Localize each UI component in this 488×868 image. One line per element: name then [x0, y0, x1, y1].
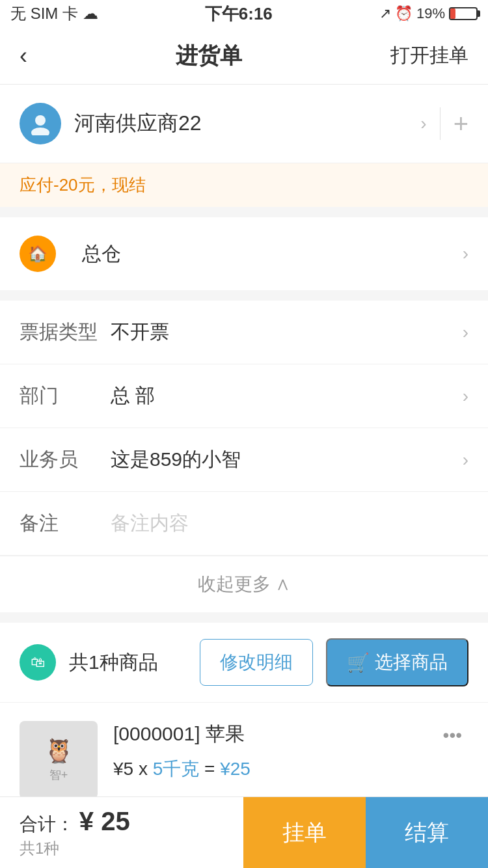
department-row[interactable]: 部门 总 部 › — [0, 364, 488, 428]
thumb-owl-icon: 🦉 — [44, 737, 74, 765]
location-icon: ↗ — [379, 5, 391, 22]
warehouse-chevron-icon: › — [463, 243, 468, 264]
nav-bar: ‹ 进货单 打开挂单 — [0, 27, 488, 85]
salesperson-row[interactable]: 业务员 这是859的小智 › — [0, 428, 488, 492]
remark-input[interactable]: 备注内容 — [98, 510, 468, 537]
svg-point-1 — [31, 128, 49, 135]
product-info: [0000001] 苹果 ¥5 x 5千克 = ¥25 — [113, 721, 437, 781]
status-left: 无 SIM 卡 ☁ — [10, 3, 98, 24]
alarm-icon: ⏰ — [395, 5, 413, 22]
remark-row[interactable]: 备注 备注内容 — [0, 492, 488, 556]
unit-price: ¥5 — [113, 759, 133, 779]
supplier-section: 河南供应商22 › + 应付-20元，现结 — [0, 85, 488, 207]
warehouse-section: 🏠 总仓 › — [0, 217, 488, 290]
product-count: 共1种商品 — [69, 649, 200, 676]
total-price: ¥25 — [220, 759, 251, 779]
price-multiply: x — [139, 759, 153, 779]
product-title: 苹果 — [206, 723, 245, 744]
warning-bar: 应付-20元，现结 — [0, 163, 488, 207]
settle-label: 结算 — [405, 818, 449, 848]
department-chevron-icon: › — [463, 386, 468, 407]
remark-label: 备注 — [20, 510, 98, 537]
thumb-brand-text: 智+ — [49, 767, 68, 783]
quantity: 5千克 — [153, 759, 200, 779]
hang-label: 挂单 — [282, 818, 327, 848]
collapse-label: 收起更多 ∧ — [198, 572, 291, 597]
product-price: ¥5 x 5千克 = ¥25 — [113, 757, 437, 781]
price-equals: = — [204, 759, 220, 779]
battery-icon — [449, 7, 478, 20]
form-section: 票据类型 不开票 › 部门 总 部 › 业务员 这是859的小智 › 备注 备注… — [0, 301, 488, 612]
page-title: 进货单 — [176, 41, 242, 71]
bottom-bar: 合计： ¥ 25 共1种 挂单 结算 — [0, 796, 488, 868]
more-button[interactable]: ••• — [437, 721, 468, 750]
status-right: ↗ ⏰ 19% — [379, 5, 478, 22]
total-amount: ¥ 25 — [79, 807, 130, 835]
product-header: 🛍 共1种商品 修改明细 🛒 选择商品 — [0, 623, 488, 702]
battery-label: 19% — [416, 5, 445, 22]
supplier-name: 河南供应商22 — [74, 109, 414, 138]
department-value: 总 部 — [98, 383, 456, 409]
divider — [440, 107, 441, 140]
total-section: 合计： ¥ 25 共1种 — [0, 807, 243, 859]
salesperson-value: 这是859的小智 — [98, 446, 456, 473]
back-button[interactable]: ‹ — [20, 42, 27, 70]
select-product-label: 选择商品 — [375, 650, 448, 675]
supplier-avatar — [20, 103, 61, 144]
product-code: [0000001] — [113, 723, 200, 744]
ticket-type-chevron-icon: › — [463, 322, 468, 343]
hang-button[interactable]: 挂单 — [243, 797, 366, 869]
cart-icon: 🛒 — [347, 652, 370, 673]
product-thumbnail: 🦉 智+ — [20, 721, 98, 799]
warehouse-row[interactable]: 🏠 总仓 › — [0, 217, 488, 290]
sim-status: 无 SIM 卡 ☁ — [10, 3, 98, 24]
department-label: 部门 — [20, 383, 98, 409]
total-label: 合计： — [20, 814, 74, 834]
open-hang-button[interactable]: 打开挂单 — [390, 42, 468, 69]
select-product-button[interactable]: 🛒 选择商品 — [326, 638, 468, 686]
edit-detail-button[interactable]: 修改明细 — [200, 639, 313, 686]
product-name: [0000001] 苹果 — [113, 721, 437, 748]
supplier-row[interactable]: 河南供应商22 › + — [0, 85, 488, 163]
salesperson-chevron-icon: › — [463, 450, 468, 470]
salesperson-label: 业务员 — [20, 446, 98, 473]
svg-point-0 — [35, 115, 46, 126]
collapse-button[interactable]: 收起更多 ∧ — [0, 556, 488, 612]
warehouse-name: 总仓 — [69, 241, 456, 267]
add-supplier-button[interactable]: + — [454, 109, 468, 139]
supplier-chevron-icon: › — [420, 113, 426, 134]
settle-button[interactable]: 结算 — [366, 797, 488, 869]
ticket-type-label: 票据类型 — [20, 319, 98, 346]
status-time: 下午6:16 — [205, 3, 273, 25]
ticket-type-value: 不开票 — [98, 319, 456, 346]
total-count: 共1种 — [20, 838, 224, 859]
product-icon: 🛍 — [20, 644, 56, 681]
warehouse-icon: 🏠 — [20, 236, 56, 272]
ticket-type-row[interactable]: 票据类型 不开票 › — [0, 301, 488, 364]
total-row: 合计： ¥ 25 — [20, 807, 224, 837]
status-bar: 无 SIM 卡 ☁ 下午6:16 ↗ ⏰ 19% — [0, 0, 488, 27]
